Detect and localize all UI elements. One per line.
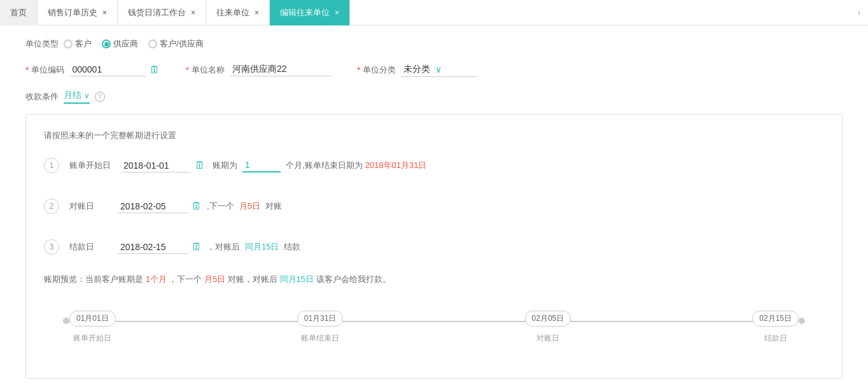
step2-label: 对账日 — [69, 201, 108, 212]
timeline-node-2: 02月05日 对账日 — [525, 311, 571, 344]
step3-calendar-icon[interactable]: 🗓 — [192, 241, 202, 253]
radio-supplier-label: 供应商 — [113, 38, 138, 50]
timeline-nodes: 01月01日 账单开始日 01月31日 账单结束日 02月05日 对账日 02月… — [69, 311, 799, 344]
timeline-node-0: 01月01日 账单开始日 — [69, 311, 116, 344]
radio-customer[interactable]: 客户 — [64, 38, 92, 50]
timeline-pill-0: 01月01日 — [69, 311, 116, 327]
timeline-label-0: 账单开始日 — [73, 333, 111, 344]
tab-partner-close[interactable]: × — [255, 9, 259, 17]
tab-cash-work[interactable]: 钱货日清工作台 × — [118, 0, 206, 25]
radio-supplier[interactable]: 供应商 — [102, 38, 138, 50]
classify-chevron-icon: ∨ — [435, 64, 442, 74]
payment-terms-chevron-icon: ∨ — [84, 91, 90, 100]
timeline-pill-2: 02月05日 — [525, 311, 571, 327]
tab-edit-partner-label: 编辑往来单位 — [280, 7, 330, 18]
step3-label: 结款日 — [69, 241, 108, 253]
step1-period-end: 2018年01月31日 — [365, 160, 427, 171]
name-star: * — [185, 65, 188, 75]
code-star: * — [25, 65, 29, 75]
timeline-node-3: 02月15日 结款日 — [752, 311, 799, 344]
preview-suffix: 该客户会给我打款。 — [316, 274, 391, 284]
payment-terms-help-icon[interactable]: ? — [95, 92, 105, 102]
timeline-node-1: 01月31日 账单结束日 — [297, 311, 344, 344]
step1-num: 1 — [44, 158, 59, 173]
unit-classify-value: 未分类 — [403, 64, 430, 75]
step3-row: 3 结款日 🗓 ，对账后 同月15日 结款 — [44, 236, 824, 258]
step1-date-input[interactable] — [121, 159, 191, 172]
step2-date-input[interactable] — [118, 200, 188, 213]
unit-classify-label: 单位分类 — [363, 64, 396, 76]
unit-code-input[interactable] — [69, 63, 146, 76]
timeline-label-3: 结款日 — [764, 333, 787, 344]
unit-type-row: 单位类型 客户 供应商 客户/供应商 — [25, 38, 843, 50]
preview-middle2: 对账，对账后 — [228, 274, 277, 284]
preview-highlight3: 同月15日 — [280, 274, 314, 284]
radio-customer-circle — [64, 39, 73, 48]
timeline-left-dot — [63, 318, 69, 324]
step2-desc-suffix: 对账 — [265, 201, 282, 212]
timeline-pill-3: 02月15日 — [752, 311, 799, 327]
step3-num: 3 — [44, 239, 59, 255]
preview-row: 账期预览：当前客户账期是 1个月 ，下一个 月5日 对账，对账后 同月15日 该… — [44, 264, 824, 298]
unit-name-input[interactable] — [230, 63, 332, 76]
timeline-label-1: 账单结束日 — [301, 333, 339, 344]
step1-row: 1 账单开始日 🗓 账期为 个月,账单结束日期为 2018年01月31日 — [44, 154, 824, 177]
main-content: 单位类型 客户 供应商 客户/供应商 * 单位编码 🗓 * 单位名称 — [0, 25, 868, 387]
preview-highlight1: 1个月 — [146, 274, 167, 284]
unit-info-row: * 单位编码 🗓 * 单位名称 * 单位分类 未分类 ∨ — [25, 62, 843, 77]
timeline-right-dot — [799, 318, 805, 324]
step2-row: 2 对账日 🗓 ,下一个 月5日 对账 — [44, 195, 824, 218]
radio-customer-label: 客户 — [75, 38, 92, 50]
tab-partner[interactable]: 往来单位 × — [206, 0, 270, 25]
tab-home-label: 首页 — [10, 7, 27, 18]
timeline-pill-1: 01月31日 — [297, 311, 344, 327]
radio-both[interactable]: 客户/供应商 — [148, 38, 204, 50]
step1-period-input[interactable] — [242, 158, 281, 172]
tab-edit-partner-close[interactable]: × — [335, 9, 339, 17]
unit-type-radio-group: 客户 供应商 客户/供应商 — [64, 38, 204, 50]
preview-middle1: ，下一个 — [169, 274, 202, 284]
step1-period-unit: 个月,账单结束日期为 — [286, 160, 363, 171]
step3-desc-suffix: 结款 — [284, 241, 300, 253]
tab-cash-work-label: 钱货日清工作台 — [128, 7, 186, 18]
payment-terms-label: 收款条件 — [25, 91, 59, 102]
step2-desc-highlight: 月5日 — [239, 201, 260, 212]
step2-calendar-icon[interactable]: 🗓 — [192, 201, 202, 212]
radio-both-label: 客户/供应商 — [160, 38, 204, 50]
step3-desc-highlight: 同月15日 — [245, 241, 279, 253]
step1-calendar-icon[interactable]: 🗓 — [195, 160, 205, 171]
payment-terms-value: 月结 — [64, 90, 81, 101]
preview-prefix: 账期预览：当前客户账期是 — [44, 274, 143, 284]
payment-terms-select[interactable]: 月结 ∨ — [64, 90, 90, 104]
tab-sales-history-close[interactable]: × — [102, 9, 107, 17]
step3-date-input[interactable] — [118, 241, 188, 254]
timeline: 01月01日 账单开始日 01月31日 账单结束日 02月05日 对账日 02月… — [44, 298, 824, 363]
unit-type-label: 单位类型 — [25, 38, 59, 50]
unit-code-label: 单位编码 — [31, 64, 64, 76]
step1-period-label: 账期为 — [213, 160, 237, 171]
timeline-label-2: 对账日 — [536, 333, 559, 344]
tab-home[interactable]: 首页 — [0, 0, 38, 25]
preview-highlight2: 月5日 — [204, 274, 225, 284]
period-section: 请按照未来的一个完整帐期进行设置 1 账单开始日 🗓 账期为 个月,账单结束日期… — [25, 114, 843, 379]
tab-cash-work-close[interactable]: × — [191, 9, 195, 17]
step3-desc-prefix: ，对账后 — [207, 241, 240, 253]
unit-classify-select[interactable]: 未分类 ∨ — [401, 62, 477, 77]
unit-code-calendar-icon[interactable]: 🗓 — [150, 64, 160, 76]
step2-desc-prefix: ,下一个 — [207, 201, 234, 212]
classify-star: * — [357, 65, 360, 75]
tab-sales-history-label: 销售订单历史 — [48, 7, 97, 18]
unit-name-label: 单位名称 — [192, 64, 225, 76]
tab-arrow[interactable]: › — [850, 8, 868, 17]
step2-num: 2 — [44, 199, 59, 214]
tab-sales-history[interactable]: 销售订单历史 × — [38, 0, 118, 25]
step1-label: 账单开始日 — [69, 160, 111, 171]
tab-bar: 首页 销售订单历史 × 钱货日清工作台 × 往来单位 × 编辑往来单位 × › — [0, 0, 868, 25]
section-instruction: 请按照未来的一个完整帐期进行设置 — [44, 130, 824, 141]
radio-both-circle — [148, 39, 157, 48]
payment-terms-row: 收款条件 月结 ∨ ? — [25, 90, 843, 104]
radio-supplier-circle — [102, 39, 111, 48]
tab-edit-partner[interactable]: 编辑往来单位 × — [270, 0, 350, 25]
tab-partner-label: 往来单位 — [216, 7, 249, 18]
